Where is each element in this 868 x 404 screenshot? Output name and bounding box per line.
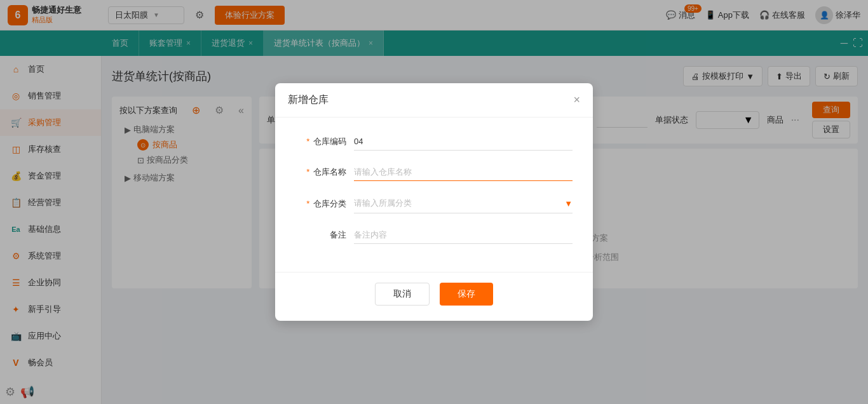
- warehouse-code-label: * 仓库编码: [295, 136, 346, 147]
- modal-body: * 仓库编码 * 仓库名称 * 仓库分类 请输入所属: [275, 118, 593, 272]
- modal-overlay: 新增仓库 × * 仓库编码 * 仓库名称: [0, 0, 868, 404]
- warehouse-note-row: 备注: [295, 226, 573, 244]
- warehouse-name-input[interactable]: [354, 163, 573, 181]
- add-warehouse-modal: 新增仓库 × * 仓库编码 * 仓库名称: [275, 83, 593, 321]
- warehouse-name-row: * 仓库名称: [295, 163, 573, 181]
- required-mark: *: [306, 167, 309, 177]
- required-mark: *: [306, 137, 309, 146]
- warehouse-code-input[interactable]: [354, 133, 573, 151]
- warehouse-name-label: * 仓库名称: [295, 166, 346, 178]
- warehouse-note-label: 备注: [295, 229, 346, 241]
- category-placeholder: 请输入所属分类: [354, 198, 412, 209]
- modal-close-button[interactable]: ×: [573, 93, 580, 107]
- warehouse-code-row: * 仓库编码: [295, 133, 573, 151]
- save-button[interactable]: 保存: [440, 283, 493, 306]
- warehouse-note-input[interactable]: [354, 226, 573, 244]
- warehouse-category-row: * 仓库分类 请输入所属分类 ▼: [295, 194, 573, 213]
- modal-title: 新增仓库: [288, 93, 329, 107]
- chevron-down-icon: ▼: [564, 199, 573, 208]
- modal-footer: 取消 保存: [275, 272, 593, 321]
- modal-header: 新增仓库 ×: [275, 83, 593, 118]
- cancel-button[interactable]: 取消: [375, 283, 430, 306]
- warehouse-category-label: * 仓库分类: [295, 198, 346, 210]
- required-mark: *: [306, 199, 309, 208]
- warehouse-category-select[interactable]: 请输入所属分类 ▼: [354, 194, 573, 213]
